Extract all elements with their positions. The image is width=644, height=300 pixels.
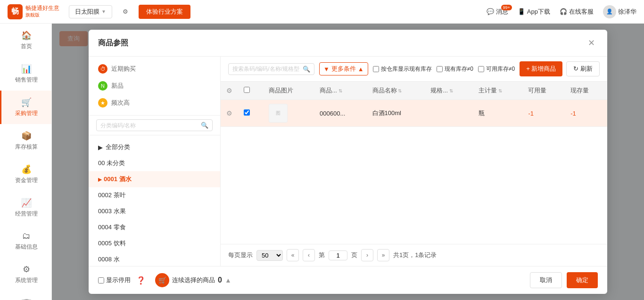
show-disabled-filter[interactable]: 显示停用 (98, 276, 131, 284)
usable-label: 可用库存≠0 (486, 65, 515, 73)
modal-title: 商品参照 (98, 38, 128, 48)
column-settings-icon[interactable]: ⚙ (226, 87, 232, 94)
modal-body: ⏱ 近期购买 N 新品 ★ 频次高 (89, 57, 607, 266)
add-product-button[interactable]: + 新增商品 (520, 61, 562, 76)
messages-nav-item[interactable]: 💬 消息 99+ (487, 8, 508, 16)
sidebar-icon-basic: 🗂 (22, 231, 31, 241)
logo-text: 畅捷通好生意 (25, 5, 59, 12)
warehouse-checkbox[interactable] (373, 66, 379, 72)
col-image: 商品图片 (263, 82, 314, 100)
category-search-icon[interactable]: 🔍 (201, 122, 208, 129)
total-info: 共1页，1条记录 (393, 251, 437, 259)
refresh-button[interactable]: ↻ 刷新 (566, 61, 600, 76)
prev-page-button[interactable]: ‹ (303, 249, 315, 261)
trial-button[interactable]: 体验行业方案 (139, 5, 190, 19)
select-all-checkbox[interactable] (244, 87, 250, 93)
cart-area: 🛒 连续选择的商品 0 ▲ (155, 273, 231, 287)
usable-checkbox[interactable] (478, 66, 484, 72)
warehouse-filter[interactable]: 按仓库显示现有库存 (373, 65, 432, 73)
col-available: 可用量 (522, 82, 565, 100)
recent-label: 近期购买 (111, 65, 136, 73)
col-spec[interactable]: 规格... (425, 82, 473, 100)
page-size-label: 每页显示 (228, 251, 253, 259)
col-unit[interactable]: 主计量 (473, 82, 522, 100)
cart-label: 连续选择的商品 (172, 276, 215, 284)
sidebar-item-basic[interactable]: 🗂基础信息 (0, 225, 51, 258)
filter-label: 更多条件 (331, 65, 356, 73)
next-page-button[interactable]: › (361, 249, 373, 261)
cancel-button[interactable]: 取消 (530, 272, 562, 288)
sidebar-icon-home: 🏠 (21, 30, 32, 41)
sidebar-item-purchase[interactable]: 🛒采购管理 (0, 91, 51, 124)
help-icon[interactable]: ❓ (136, 276, 146, 285)
category-item-0008[interactable]: 0008 水 (89, 251, 220, 266)
modal-overlay: 商品参照 ✕ ⏱ 近期购买 N (52, 24, 644, 300)
available-label: 现有库存≠0 (445, 65, 473, 73)
category-all[interactable]: ▶全部分类 (89, 139, 220, 155)
settings-button[interactable]: ⚙ (118, 4, 133, 19)
quick-recent[interactable]: ⏱ 近期购买 (89, 60, 220, 77)
page-size-select[interactable]: 50 10 20 100 (256, 250, 283, 261)
usable-filter[interactable]: 可用库存≠0 (478, 65, 515, 73)
sidebar-item-business[interactable]: 📈经营管理 (0, 191, 51, 225)
sidebar-item-sales[interactable]: 📊销售管理 (0, 57, 51, 91)
last-page-button[interactable]: » (377, 249, 389, 261)
category-search-input[interactable] (100, 122, 198, 129)
sidebar-icon-inventory: 📦 (21, 131, 32, 141)
sidebar-label-inventory: 库存核算 (15, 143, 38, 151)
row-settings-icon[interactable]: ⚙ (226, 109, 232, 117)
sidebar-item-system[interactable]: ⚙系统管理 (0, 258, 51, 291)
store-select[interactable]: 日太阳膜 ▼ (69, 5, 112, 18)
col-code[interactable]: 商品... (314, 82, 366, 100)
filter-icon: ▼ (323, 66, 330, 73)
sidebar-item-finance[interactable]: 💰资金管理 (0, 158, 51, 191)
top-nav: 畅 畅捷通好生意 旗舰版 日太阳膜 ▼ ⚙ 体验行业方案 💬 消息 99+ 📱 … (0, 0, 644, 24)
category-item-0001[interactable]: ▶0001 酒水 (89, 171, 220, 187)
category-item-0003[interactable]: 0003 水果 (89, 203, 220, 219)
available-checkbox[interactable] (437, 66, 443, 72)
product-reference-modal: 商品参照 ✕ ⏱ 近期购买 N (89, 30, 607, 294)
cart-collapse-icon[interactable]: ▲ (225, 276, 231, 284)
quick-new[interactable]: N 新品 (89, 77, 220, 94)
modal-header: 商品参照 ✕ (89, 30, 607, 57)
sidebar: 🏠首页📊销售管理🛒采购管理📦库存核算💰资金管理📈经营管理🗂基础信息⚙系统管理🏢企… (0, 24, 52, 300)
first-page-button[interactable]: « (287, 249, 299, 261)
category-item-00[interactable]: 00 未分类 (89, 155, 220, 171)
show-disabled-checkbox[interactable] (98, 277, 104, 283)
sidebar-icon-purchase: 🛒 (21, 97, 32, 108)
cart-icon: 🛒 (155, 273, 169, 287)
sidebar-item-enterprise[interactable]: 🏢企业协同 (0, 291, 51, 300)
confirm-button[interactable]: 确定 (567, 272, 598, 288)
sidebar-item-inventory[interactable]: 📦库存核算 (0, 124, 51, 158)
modal-close-button[interactable]: ✕ (585, 36, 598, 50)
sidebar-label-finance: 资金管理 (15, 176, 38, 184)
product-search-input[interactable] (232, 66, 300, 72)
table-row[interactable]: ⚙ 图 000600... 白酒100ml 瓶 -1 -1 (221, 100, 607, 127)
col-name[interactable]: 商品名称 (367, 82, 425, 100)
sidebar-label-sales: 销售管理 (15, 76, 38, 84)
message-icon: 💬 (487, 8, 494, 15)
category-item-0005[interactable]: 0005 饮料 (89, 235, 220, 251)
new-label: 新品 (111, 82, 124, 90)
app-download-item[interactable]: 📱 App下载 (518, 8, 550, 16)
row-checkbox[interactable] (244, 109, 250, 116)
quick-freq[interactable]: ★ 频次高 (89, 94, 220, 111)
filter-collapse-icon: ▲ (358, 66, 364, 73)
col-checkbox (238, 82, 263, 100)
page-unit: 页 (351, 251, 357, 259)
user-area[interactable]: 👤 徐泽华 (603, 5, 636, 18)
sidebar-item-home[interactable]: 🏠首页 (0, 24, 51, 57)
online-service-item[interactable]: 🎧 在线客服 (560, 8, 594, 16)
freq-label: 频次高 (111, 99, 130, 107)
product-search-icon[interactable]: 🔍 (303, 66, 310, 73)
available-filter[interactable]: 现有库存≠0 (437, 65, 473, 73)
page-input[interactable] (329, 250, 347, 260)
category-item-0004[interactable]: 0004 零食 (89, 219, 220, 235)
category-search-box: 🔍 (96, 119, 213, 131)
product-search-wrap: 🔍 (228, 63, 314, 75)
filter-button[interactable]: ▼ 更多条件 ▲ (319, 62, 368, 75)
category-item-0002[interactable]: 0002 茶叶 (89, 187, 220, 203)
sidebar-icon-business: 📈 (21, 198, 32, 208)
pagination-area: 每页显示 50 10 20 100 « ‹ 第 页 (221, 244, 607, 266)
sidebar-icon-sales: 📊 (21, 64, 32, 74)
